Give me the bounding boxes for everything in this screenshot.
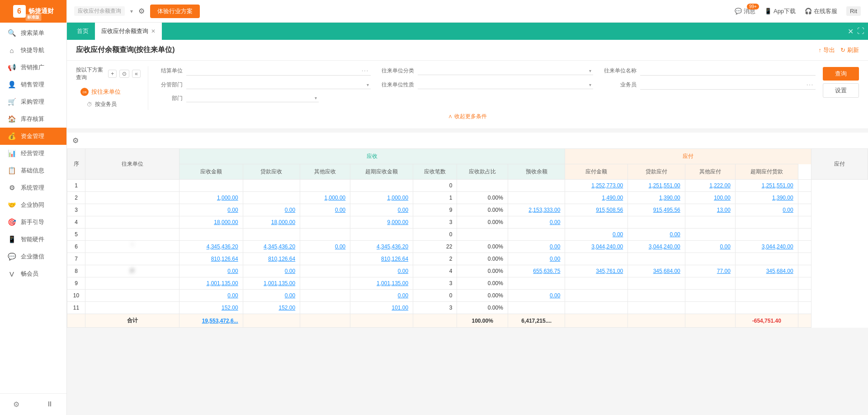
header-gear-icon[interactable]: ⚙: [138, 7, 145, 15]
table-cell[interactable]: 152.00: [243, 302, 300, 314]
filter-by-salesman[interactable]: ⏱ 按业务员: [76, 99, 141, 110]
table-cell[interactable]: 810,126.64: [350, 253, 413, 265]
sidebar-item-finance[interactable]: 💰 资金管理: [0, 128, 66, 145]
filter-add-icon[interactable]: +: [108, 70, 117, 78]
refresh-button[interactable]: ↻ 刷新: [840, 46, 859, 54]
tab-home[interactable]: 首页: [71, 27, 95, 35]
table-cell[interactable]: 810,126.64: [179, 253, 243, 265]
table-cell[interactable]: 77.00: [685, 265, 735, 277]
promo-button[interactable]: 体验行业方案: [150, 5, 200, 18]
table-cell[interactable]: 0.00: [179, 290, 243, 302]
table-cell[interactable]: 0.00: [243, 204, 300, 216]
table-cell[interactable]: 1,000.00: [179, 192, 243, 204]
notice-button[interactable]: 💬 消息 99+: [735, 7, 755, 15]
salesman-dots[interactable]: ···: [807, 81, 814, 88]
tab-close-icon[interactable]: ✕: [151, 28, 156, 34]
table-cell[interactable]: 0.00: [300, 241, 350, 253]
table-cell[interactable]: 0.00: [350, 290, 413, 302]
sidebar-collapse-btn[interactable]: ⏸: [42, 397, 58, 411]
sidebar-item-quick-nav[interactable]: ⌂ 快捷导航: [0, 42, 66, 59]
export-button[interactable]: ↑ 导出: [819, 46, 835, 54]
table-cell[interactable]: 1,251,551.00: [735, 180, 798, 192]
app-download-button[interactable]: 📱 App下载: [764, 7, 796, 15]
table-cell[interactable]: 915,508.56: [565, 204, 628, 216]
table-cell[interactable]: 18,000.00: [243, 216, 300, 229]
sidebar-item-operation[interactable]: 📊 经营管理: [0, 145, 66, 162]
sidebar-item-wechat[interactable]: 💬 企业微信: [0, 248, 66, 265]
sidebar-item-purchase[interactable]: 🛒 采购管理: [0, 93, 66, 110]
table-cell[interactable]: 1,490.00: [565, 192, 628, 204]
dept-select[interactable]: ▾: [186, 94, 319, 102]
settlement-unit-dots[interactable]: ···: [362, 67, 369, 74]
table-cell[interactable]: 3,044,240.00: [628, 241, 685, 253]
table-cell[interactable]: 4,345,436.20: [350, 241, 413, 253]
sidebar-item-member[interactable]: V 畅会员: [0, 265, 66, 282]
sidebar-item-enterprise[interactable]: 🤝 企业协同: [0, 196, 66, 214]
table-cell[interactable]: 655,636.75: [508, 265, 565, 277]
table-cell[interactable]: 1,390.00: [735, 192, 798, 204]
table-cell[interactable]: 1,001,135.00: [243, 277, 300, 290]
table-cell[interactable]: 345,684.00: [628, 265, 685, 277]
table-cell[interactable]: 0.00: [508, 253, 565, 265]
table-cell[interactable]: 0.00: [350, 204, 413, 216]
sidebar-item-marketing[interactable]: 📢 营销推广: [0, 59, 66, 76]
table-cell[interactable]: 0.00: [565, 229, 628, 241]
table-cell[interactable]: 101.00: [350, 302, 413, 314]
table-cell[interactable]: 1,251,551.00: [628, 180, 685, 192]
partner-nature-select[interactable]: ▾: [418, 81, 593, 89]
table-cell[interactable]: 1,000.00: [350, 192, 413, 204]
table-cell[interactable]: 4,345,436.20: [243, 241, 300, 253]
sidebar-item-beginner[interactable]: 🎯 新手引导: [0, 214, 66, 231]
table-cell[interactable]: 0.00: [243, 290, 300, 302]
table-cell[interactable]: 100.00: [685, 192, 735, 204]
table-gear-icon[interactable]: ⚙: [72, 136, 79, 145]
table-cell[interactable]: 0.00: [350, 265, 413, 277]
table-cell[interactable]: 345,761.00: [565, 265, 628, 277]
table-cell[interactable]: 152.00: [179, 302, 243, 314]
sidebar-item-search-menu[interactable]: 🔍 搜索菜单: [0, 24, 66, 42]
table-cell[interactable]: 0.00: [628, 229, 685, 241]
table-cell[interactable]: 1,252,773.00: [565, 180, 628, 192]
sidebar-settings-btn[interactable]: ⚙: [9, 397, 24, 411]
set-button[interactable]: 设置: [823, 83, 859, 98]
table-cell[interactable]: 0.00: [508, 241, 565, 253]
table-cell[interactable]: 345,684.00: [735, 265, 798, 277]
sidebar-item-sales[interactable]: 👤 销售管理: [0, 76, 66, 93]
query-button[interactable]: 查询: [823, 67, 859, 81]
table-cell[interactable]: 1,222.00: [685, 180, 735, 192]
tab-close-window-icon[interactable]: ✕: [848, 27, 854, 36]
table-cell[interactable]: 9,000.00: [350, 216, 413, 229]
table-cell[interactable]: 2,153,333.00: [508, 204, 565, 216]
dept-manage-select[interactable]: ▾: [186, 81, 371, 89]
filter-settings-icon[interactable]: ⊙: [119, 70, 129, 78]
table-cell[interactable]: 1,001,135.00: [350, 277, 413, 290]
sidebar-item-basic-info[interactable]: 📋 基础信息: [0, 162, 66, 179]
breadcrumb-chevron-icon[interactable]: ▾: [130, 8, 133, 14]
table-cell[interactable]: 3,044,240.00: [565, 241, 628, 253]
user-menu[interactable]: Rit: [846, 6, 861, 16]
table-cell[interactable]: 1,000.00: [300, 192, 350, 204]
sidebar-item-inventory[interactable]: 🏠 库存核算: [0, 110, 66, 128]
partner-category-select[interactable]: ▾: [418, 67, 593, 75]
table-cell[interactable]: 1,390.00: [628, 192, 685, 204]
table-cell[interactable]: 0.00: [179, 204, 243, 216]
table-cell[interactable]: 13.00: [685, 204, 735, 216]
collapse-more-button[interactable]: ∧ 收起更多条件: [76, 110, 859, 123]
table-cell[interactable]: 1,001,135.00: [179, 277, 243, 290]
online-service-button[interactable]: 🎧 在线客服: [805, 7, 837, 15]
filter-by-partner[interactable]: ㎝ 按往来单位: [76, 85, 141, 99]
table-cell[interactable]: 810,126.64: [243, 253, 300, 265]
sidebar-item-system[interactable]: ⚙ 系统管理: [0, 179, 66, 196]
tab-maximize-icon[interactable]: ⛶: [857, 27, 864, 35]
table-cell[interactable]: 4,345,436.20: [179, 241, 243, 253]
table-cell[interactable]: 0.00: [508, 290, 565, 302]
table-cell[interactable]: 0.00: [300, 204, 350, 216]
table-cell[interactable]: 915,495.56: [628, 204, 685, 216]
partner-name-input[interactable]: [642, 67, 814, 74]
table-cell[interactable]: 0.00: [735, 204, 798, 216]
sidebar-item-smart-hw[interactable]: 📱 智能硬件: [0, 231, 66, 248]
table-cell[interactable]: 0.00: [243, 265, 300, 277]
table-cell[interactable]: 0.00: [508, 216, 565, 229]
table-cell[interactable]: 0.00: [685, 241, 735, 253]
table-cell[interactable]: 3,044,240.00: [735, 241, 798, 253]
